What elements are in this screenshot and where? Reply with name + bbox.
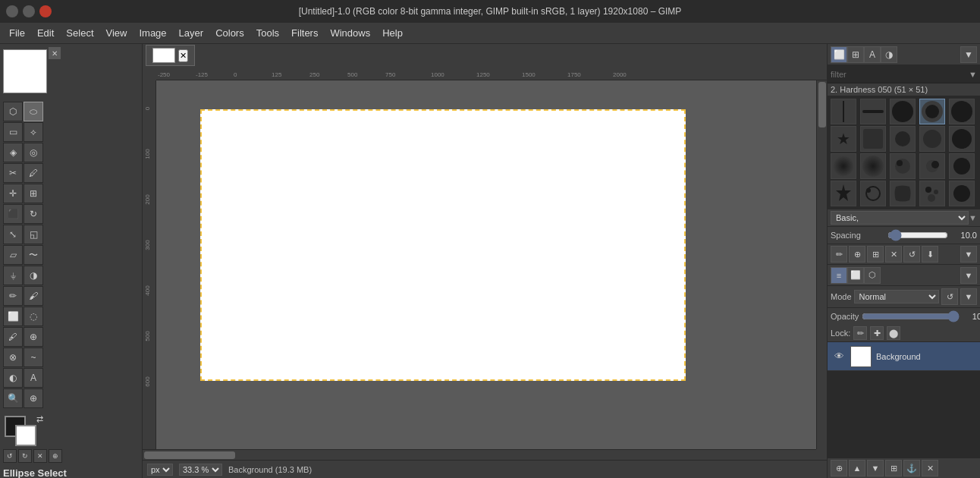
brush-item[interactable] bbox=[831, 99, 856, 124]
panel-gradients-tab[interactable]: ◑ bbox=[881, 46, 897, 63]
layer-mode-expand[interactable]: ▼ bbox=[960, 288, 977, 305]
close-button[interactable] bbox=[39, 5, 52, 17]
brush-item[interactable] bbox=[860, 126, 886, 152]
brush-item[interactable]: ★ bbox=[831, 126, 856, 152]
layer-mode-select[interactable]: Normal Multiply Screen bbox=[854, 290, 939, 303]
tool-free-select[interactable]: ⬡ bbox=[3, 102, 23, 121]
tool-smudge[interactable]: ~ bbox=[24, 347, 43, 367]
minimize-button[interactable] bbox=[6, 5, 18, 17]
tool-color-select[interactable]: ◎ bbox=[24, 143, 43, 162]
tool-ink[interactable]: 🖋 bbox=[3, 327, 23, 347]
brush-filter-input[interactable] bbox=[831, 70, 969, 79]
tool-scissors-select[interactable]: ✂ bbox=[3, 163, 23, 183]
paths-tab[interactable]: ⬡ bbox=[864, 267, 881, 284]
layer-raise-btn[interactable]: ▲ bbox=[849, 460, 865, 476]
brush-item[interactable] bbox=[919, 126, 945, 152]
brush-preset-select[interactable]: Basic, Classic Pencil bbox=[831, 211, 969, 225]
brush-item[interactable] bbox=[860, 153, 886, 179]
brush-item[interactable] bbox=[831, 153, 856, 179]
panel-expand-btn[interactable]: ▼ bbox=[960, 246, 977, 263]
canvas-tab-close[interactable]: ✕ bbox=[178, 49, 188, 62]
tool-options-reset[interactable]: ↺ bbox=[3, 449, 17, 463]
tool-zoom[interactable]: ⊕ bbox=[24, 388, 43, 408]
tool-pencil[interactable]: ✏ bbox=[3, 286, 23, 306]
filter-arrow-icon[interactable]: ▼ bbox=[969, 70, 977, 79]
tool-options-restore[interactable]: ↻ bbox=[18, 449, 32, 463]
brush-save-btn[interactable]: ⬇ bbox=[922, 246, 938, 263]
tool-bucket-fill[interactable]: ⏚ bbox=[3, 266, 23, 285]
tool-options-save[interactable]: ⊕ bbox=[49, 449, 62, 463]
scrollbar-horizontal[interactable] bbox=[143, 449, 816, 460]
menu-windows[interactable]: Windows bbox=[324, 24, 376, 42]
layer-dup-btn[interactable]: ⊞ bbox=[885, 460, 902, 476]
brush-item[interactable] bbox=[919, 181, 945, 206]
brush-item[interactable] bbox=[860, 181, 886, 206]
menu-view[interactable]: View bbox=[100, 24, 133, 42]
channels-tab[interactable]: ⬜ bbox=[847, 267, 864, 284]
menu-tools[interactable]: Tools bbox=[250, 24, 285, 42]
menu-filters[interactable]: Filters bbox=[285, 24, 324, 42]
brush-item[interactable] bbox=[890, 99, 916, 124]
menu-edit[interactable]: Edit bbox=[31, 24, 60, 42]
layer-del-btn[interactable]: ✕ bbox=[922, 460, 938, 476]
layer-lower-btn[interactable]: ▼ bbox=[867, 460, 884, 476]
canvas-inner[interactable] bbox=[156, 80, 816, 449]
menu-colors[interactable]: Colors bbox=[209, 24, 250, 42]
tool-rotate[interactable]: ↻ bbox=[24, 204, 43, 224]
brush-del-btn[interactable]: ✕ bbox=[885, 246, 902, 263]
brush-refresh-btn[interactable]: ↺ bbox=[903, 246, 920, 263]
tool-scale[interactable]: ⤡ bbox=[3, 225, 23, 244]
brush-dup-btn[interactable]: ⊞ bbox=[867, 246, 884, 263]
panel-fonts-tab[interactable]: A bbox=[864, 46, 881, 63]
brush-edit-btn[interactable]: ✏ bbox=[831, 246, 847, 263]
canvas-image[interactable] bbox=[200, 109, 686, 381]
lock-pixels-btn[interactable]: ✏ bbox=[853, 326, 867, 340]
spacing-slider[interactable] bbox=[887, 229, 948, 241]
menu-file[interactable]: File bbox=[3, 24, 31, 42]
brush-item[interactable] bbox=[949, 153, 975, 179]
color-swap-button[interactable]: ⇄ bbox=[36, 414, 43, 424]
brush-item[interactable] bbox=[890, 153, 916, 179]
layer-mode-reset[interactable]: ↺ bbox=[941, 288, 958, 305]
tool-close-button[interactable]: ✕ bbox=[49, 47, 61, 59]
brush-item[interactable] bbox=[949, 181, 975, 206]
status-zoom-select[interactable]: 33.3 % 50 % 100 % bbox=[179, 464, 222, 476]
scrollbar-v-thumb[interactable] bbox=[818, 82, 826, 127]
brush-item[interactable] bbox=[949, 126, 975, 152]
lock-position-btn[interactable]: ✚ bbox=[870, 326, 884, 340]
brush-item[interactable] bbox=[949, 99, 975, 124]
tool-color-picker[interactable]: 🔍 bbox=[3, 388, 23, 408]
menu-help[interactable]: Help bbox=[376, 24, 409, 42]
tool-text[interactable]: A bbox=[24, 368, 43, 388]
tool-airbrush[interactable]: ◌ bbox=[24, 307, 43, 326]
tool-paths[interactable]: 🖊 bbox=[24, 163, 43, 183]
brush-item-selected[interactable] bbox=[919, 99, 945, 124]
tool-foreground-select[interactable]: ◈ bbox=[3, 143, 23, 162]
brush-add-btn[interactable]: ⊕ bbox=[849, 246, 865, 263]
tool-perspective[interactable]: ▱ bbox=[3, 245, 23, 265]
maximize-button[interactable] bbox=[23, 5, 35, 17]
menu-image[interactable]: Image bbox=[133, 24, 172, 42]
panel-patterns-tab[interactable]: ⊞ bbox=[847, 46, 864, 63]
tool-rect-select[interactable]: ▭ bbox=[3, 122, 23, 142]
status-unit-select[interactable]: px % bbox=[147, 464, 173, 476]
layers-tab[interactable]: ≡ bbox=[831, 267, 847, 284]
tool-crop[interactable]: ⬛ bbox=[3, 204, 23, 224]
layer-anchor-btn[interactable]: ⚓ bbox=[903, 460, 920, 476]
menu-select[interactable]: Select bbox=[60, 24, 99, 42]
scrollbar-vertical[interactable] bbox=[816, 80, 827, 449]
tool-options-del[interactable]: ✕ bbox=[33, 449, 47, 463]
background-color[interactable] bbox=[15, 425, 36, 446]
panel-menu-btn[interactable]: ▼ bbox=[960, 46, 977, 63]
tool-dodge-burn[interactable]: ◐ bbox=[3, 368, 23, 388]
panel-lower-menu[interactable]: ▼ bbox=[960, 267, 977, 284]
tool-clone[interactable]: ⊗ bbox=[3, 347, 23, 367]
panel-brushes-tab[interactable]: ⬜ bbox=[831, 46, 847, 63]
brush-item[interactable] bbox=[860, 99, 886, 124]
tool-blend[interactable]: ◑ bbox=[24, 266, 43, 285]
menu-layer[interactable]: Layer bbox=[173, 24, 210, 42]
tool-ellipse-select[interactable]: ⬭ bbox=[24, 102, 43, 121]
tool-warp[interactable]: 〜 bbox=[24, 245, 43, 265]
tool-align[interactable]: ⊞ bbox=[24, 184, 43, 203]
brush-item[interactable] bbox=[919, 153, 945, 179]
